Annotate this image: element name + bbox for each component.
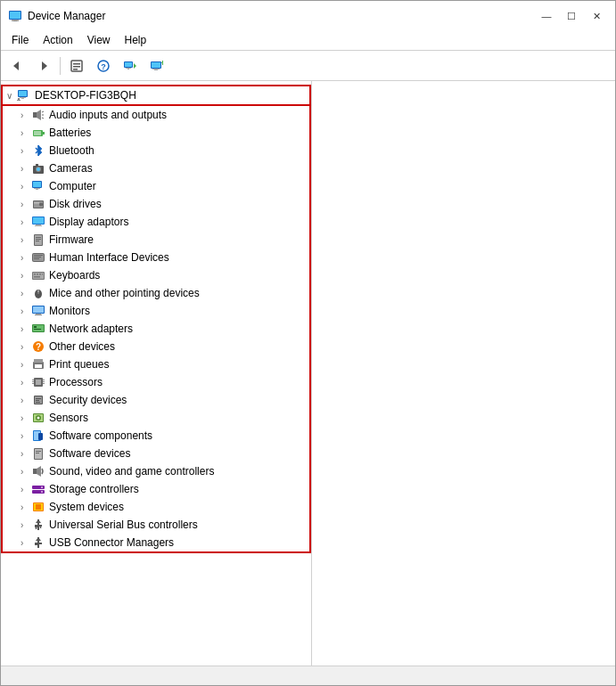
- tree-item-storage[interactable]: ›Storage controllers: [3, 480, 309, 498]
- tree-item-cameras[interactable]: ›Cameras: [3, 159, 309, 177]
- label-hid: Human Interface Devices: [49, 251, 169, 264]
- root-label: DESKTOP-FIG3BQH: [35, 89, 136, 102]
- tree-item-firmware[interactable]: ›Firmware: [3, 231, 309, 249]
- svg-rect-53: [34, 202, 39, 204]
- label-keyboards: Keyboards: [49, 269, 100, 282]
- svg-rect-132: [35, 543, 37, 545]
- svg-rect-70: [34, 274, 36, 275]
- help-icon: ?: [96, 59, 111, 73]
- tree-children: ›Audio inputs and outputs›Batteries›Blue…: [1, 106, 311, 553]
- svg-rect-84: [34, 326, 37, 328]
- properties-button[interactable]: [64, 54, 89, 78]
- icon-disk: [31, 197, 45, 211]
- svg-rect-49: [36, 189, 38, 190]
- forward-button[interactable]: [31, 54, 56, 78]
- menu-view[interactable]: View: [80, 32, 118, 48]
- icon-security: [31, 393, 45, 407]
- svg-rect-8: [73, 66, 80, 68]
- tree-item-sound[interactable]: ›Sound, video and game controllers: [3, 462, 309, 480]
- minimize-button[interactable]: —: [535, 7, 558, 25]
- update-driver-button[interactable]: [118, 54, 143, 78]
- tree-item-disk[interactable]: ›Disk drives: [3, 195, 309, 213]
- svg-rect-26: [21, 98, 24, 99]
- label-softcomp: Software components: [49, 429, 152, 442]
- maximize-button[interactable]: ☐: [560, 7, 583, 25]
- expand-arrow-system: ›: [21, 502, 29, 512]
- svg-rect-14: [126, 68, 131, 69]
- tree-pane[interactable]: ∨ DESKTOP-FIG3BQH: [1, 81, 312, 666]
- menu-file[interactable]: File: [4, 32, 36, 48]
- svg-rect-20: [154, 69, 158, 70]
- tree-item-hid[interactable]: ›Human Interface Devices: [3, 249, 309, 266]
- menu-action[interactable]: Action: [36, 32, 79, 48]
- help-button[interactable]: ?: [91, 54, 116, 78]
- svg-rect-98: [43, 383, 45, 384]
- tree-item-usb[interactable]: ›Universal Serial Bus controllers: [3, 516, 309, 534]
- expand-arrow-sensors: ›: [21, 413, 29, 423]
- svg-rect-126: [35, 525, 37, 527]
- svg-rect-15: [127, 69, 129, 69]
- icon-softdev: [31, 446, 45, 461]
- root-node: ∨ DESKTOP-FIG3BQH: [1, 85, 311, 553]
- tree-item-usbconn[interactable]: ›USB Connector Managers: [3, 534, 309, 551]
- tree-item-other[interactable]: ›?Other devices: [3, 338, 309, 355]
- svg-marker-116: [37, 466, 41, 477]
- svg-rect-35: [43, 132, 45, 135]
- svg-point-120: [41, 491, 43, 493]
- tree-item-computer[interactable]: ›Computer: [3, 177, 309, 195]
- tree-item-display[interactable]: ›Display adaptors: [3, 213, 309, 231]
- svg-rect-60: [36, 237, 41, 238]
- root-item[interactable]: ∨ DESKTOP-FIG3BQH: [1, 85, 311, 106]
- svg-rect-127: [39, 525, 42, 527]
- tree-item-mice[interactable]: ›Mice and other pointing devices: [3, 284, 309, 302]
- tree-item-softdev[interactable]: ›Software devices: [3, 445, 309, 462]
- svg-rect-93: [32, 380, 34, 380]
- svg-rect-89: [35, 364, 42, 368]
- tree-item-bluetooth[interactable]: ›Bluetooth: [3, 142, 309, 159]
- tree-item-security[interactable]: ›Security devices: [3, 391, 309, 409]
- tree-item-softcomp[interactable]: ›Software components: [3, 427, 309, 445]
- svg-rect-96: [43, 380, 45, 380]
- tree-item-batteries[interactable]: ›Batteries: [3, 124, 309, 142]
- tree-item-keyboards[interactable]: ›Keyboards: [3, 266, 309, 284]
- icon-processors: [31, 375, 45, 389]
- svg-point-119: [41, 486, 43, 488]
- svg-line-33: [42, 118, 44, 118]
- svg-rect-72: [39, 274, 41, 275]
- back-button[interactable]: [4, 54, 29, 78]
- menu-help[interactable]: Help: [118, 32, 154, 48]
- tree-item-sensors[interactable]: ›Sensors: [3, 409, 309, 427]
- expand-arrow-disk: ›: [21, 200, 29, 209]
- icon-usbconn: [31, 535, 45, 550]
- svg-rect-101: [36, 398, 41, 399]
- tree-item-network[interactable]: ›Network adapters: [3, 320, 309, 338]
- svg-rect-61: [36, 239, 41, 240]
- label-display: Display adaptors: [49, 216, 128, 228]
- tree-item-monitors[interactable]: ›Monitors: [3, 302, 309, 320]
- svg-rect-113: [36, 451, 41, 452]
- forward-icon: [37, 59, 51, 73]
- expand-arrow-processors: ›: [21, 378, 29, 388]
- tree-item-audio[interactable]: ›Audio inputs and outputs: [3, 106, 309, 124]
- expand-arrow-computer: ›: [21, 182, 29, 192]
- svg-rect-110: [38, 433, 43, 440]
- tree-item-print[interactable]: ›Print queues: [3, 355, 309, 373]
- svg-rect-85: [34, 329, 41, 330]
- svg-rect-59: [35, 235, 42, 245]
- label-system: System devices: [49, 501, 124, 513]
- svg-rect-45: [36, 164, 38, 166]
- svg-rect-66: [34, 257, 41, 257]
- toolbar-separator-1: [60, 57, 61, 75]
- label-sensors: Sensors: [49, 412, 88, 424]
- show-devices-button[interactable]: [144, 54, 169, 78]
- tree-item-system[interactable]: ›System devices: [3, 498, 309, 516]
- svg-rect-73: [42, 274, 43, 275]
- svg-point-77: [37, 290, 39, 292]
- computer-icon: [17, 88, 31, 102]
- title-bar: Device Manager — ☐ ✕: [1, 1, 615, 29]
- close-button[interactable]: ✕: [585, 7, 608, 25]
- svg-point-107: [37, 417, 40, 420]
- label-network: Network adapters: [49, 323, 133, 335]
- tree-item-processors[interactable]: ›Processors: [3, 373, 309, 391]
- icon-storage: [31, 482, 45, 496]
